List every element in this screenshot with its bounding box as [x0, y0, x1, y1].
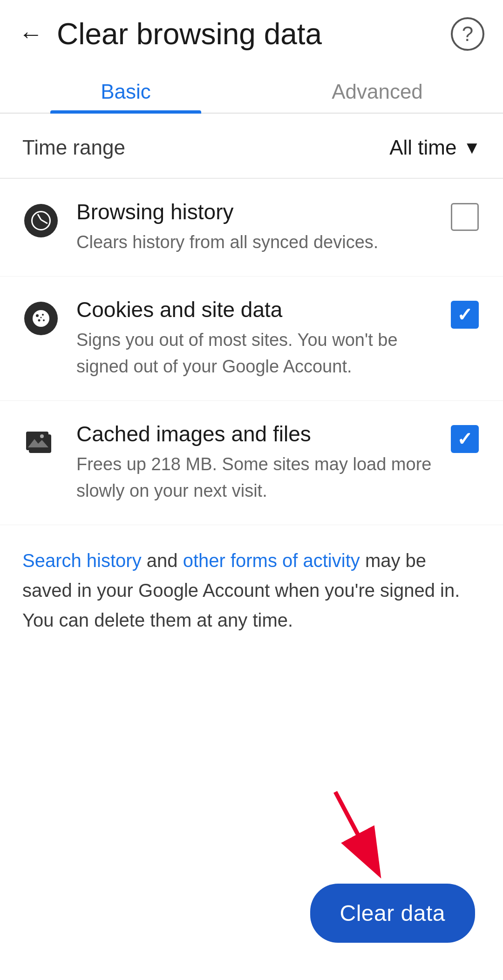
checkbox-browsing-history[interactable] [451, 203, 481, 233]
svg-line-12 [335, 792, 377, 871]
list-item-cached-images: Cached images and files Frees up 218 MB.… [0, 401, 503, 525]
item-title-cookies: Cookies and site data [76, 297, 440, 322]
item-content-cached: Cached images and files Frees up 218 MB.… [76, 421, 440, 504]
svg-point-5 [41, 317, 42, 318]
item-content-cookies: Cookies and site data Signs you out of m… [76, 297, 440, 380]
item-desc-cookies: Signs you out of most sites. You won't b… [76, 327, 440, 380]
help-button[interactable]: ? [451, 17, 484, 51]
time-range-value: All time [389, 136, 456, 159]
checkbox-cached[interactable] [451, 425, 481, 455]
checkbox-checked-icon [451, 301, 479, 329]
arrow-annotation [307, 783, 401, 887]
dropdown-arrow-icon: ▼ [463, 138, 481, 158]
list-item-cookies: Cookies and site data Signs you out of m… [0, 277, 503, 401]
tab-advanced[interactable]: Advanced [252, 67, 503, 113]
tab-basic[interactable]: Basic [0, 67, 252, 113]
time-range-selector[interactable]: All time ▼ [389, 136, 481, 159]
svg-point-2 [42, 314, 44, 316]
svg-point-0 [33, 310, 49, 327]
item-title-browsing-history: Browsing history [76, 199, 440, 224]
tabs-container: Basic Advanced [0, 67, 503, 114]
image-icon [22, 424, 60, 461]
help-icon: ? [462, 22, 473, 46]
item-desc-browsing-history: Clears history from all synced devices. [76, 229, 440, 256]
checkbox-unchecked-icon [451, 203, 479, 231]
cookie-icon [22, 300, 60, 337]
item-title-cached: Cached images and files [76, 421, 440, 446]
page-title: Clear browsing data [57, 17, 451, 51]
other-activity-link[interactable]: other forms of activity [183, 550, 360, 571]
svg-point-10 [40, 434, 44, 438]
item-content-browsing-history: Browsing history Clears history from all… [76, 199, 440, 256]
svg-point-3 [38, 319, 41, 322]
item-desc-cached: Frees up 218 MB. Some sites may load mor… [76, 451, 440, 504]
checkbox-checked-icon-cached [451, 425, 479, 453]
list-item-browsing-history: Browsing history Clears history from all… [0, 179, 503, 277]
svg-point-4 [43, 319, 45, 321]
header: ← Clear browsing data ? [0, 0, 503, 62]
svg-point-1 [36, 314, 39, 317]
back-button[interactable]: ← [19, 22, 43, 46]
clear-data-button[interactable]: Clear data [310, 884, 475, 943]
footer-info: Search history and other forms of activi… [0, 525, 503, 657]
search-history-link[interactable]: Search history [22, 550, 142, 571]
checkbox-cookies[interactable] [451, 301, 481, 331]
clock-icon [22, 202, 60, 239]
time-range-row: Time range All time ▼ [0, 114, 503, 178]
time-range-label: Time range [22, 136, 125, 159]
